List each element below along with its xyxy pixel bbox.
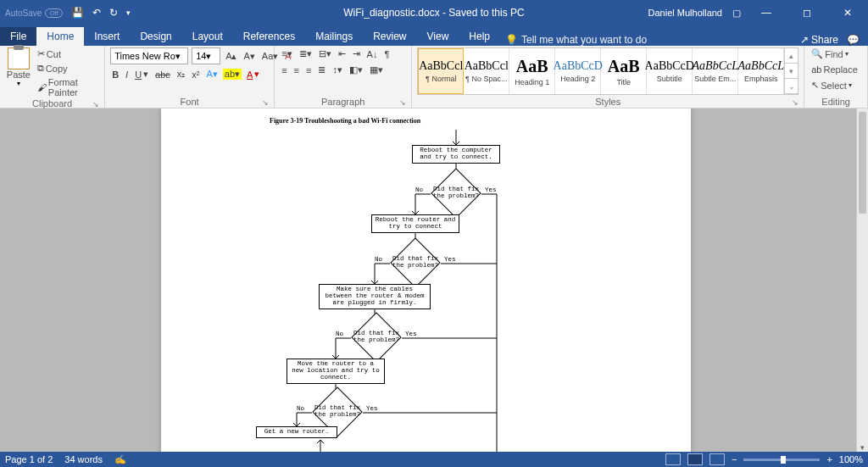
italic-button[interactable]: I — [124, 69, 130, 81]
flow-step-check-cables: Make sure the cables between the router … — [319, 284, 431, 309]
no-label: No — [415, 187, 423, 194]
share-button[interactable]: ↗ Share — [800, 34, 838, 46]
undo-icon[interactable]: ↶ — [92, 7, 101, 19]
zoom-level[interactable]: 100% — [839, 454, 863, 464]
superscript-button[interactable]: x² — [190, 69, 201, 81]
replace-button[interactable]: abReplace — [810, 64, 860, 75]
no-label: No — [336, 331, 343, 338]
ribbon: Paste ▾ ✂Cut ⧉Copy 🖌Format Painter Clipb… — [0, 46, 868, 108]
decrease-indent-button[interactable]: ⇤ — [337, 47, 348, 60]
vertical-scrollbar[interactable]: ▴ ▾ — [856, 108, 868, 452]
tab-home[interactable]: Home — [36, 27, 84, 46]
comments-icon[interactable]: 💬 — [847, 34, 860, 46]
tab-help[interactable]: Help — [459, 27, 500, 46]
style-title[interactable]: AaBTitle — [601, 48, 647, 94]
underline-button[interactable]: U▾ — [133, 68, 150, 81]
styles-more-icon[interactable]: ⌄ — [785, 79, 798, 94]
maximize-button[interactable]: ◻ — [792, 7, 822, 19]
find-button[interactable]: 🔍Find▾ — [810, 47, 849, 60]
page-status[interactable]: Page 1 of 2 — [5, 454, 53, 464]
web-layout-button[interactable] — [709, 453, 725, 465]
font-launcher-icon[interactable]: ↘ — [262, 98, 269, 107]
style-normal[interactable]: AaBbCcl¶ Normal — [418, 48, 464, 94]
tab-view[interactable]: View — [417, 27, 459, 46]
style-emphasis[interactable]: AaBbCcLEmphasis — [738, 48, 784, 94]
tab-file[interactable]: File — [0, 27, 36, 46]
show-marks-button[interactable]: ¶ — [382, 48, 391, 60]
font-size-combo[interactable]: 14 ▾ — [192, 47, 220, 64]
chevron-up-icon[interactable]: ▴ — [785, 48, 798, 64]
chevron-down-icon[interactable]: ▾ — [785, 64, 798, 79]
scroll-down-icon[interactable]: ▾ — [857, 443, 868, 452]
subscript-button[interactable]: x₂ — [175, 68, 187, 81]
group-paragraph: ≡▾ ≣▾ ⊟▾ ⇤ ⇥ A↓ ¶ ≡ ≡ ≡ ≣ ↕▾ ◧▾ ▦▾ Parag… — [275, 46, 412, 108]
sort-button[interactable]: A↓ — [365, 48, 380, 60]
user-name[interactable]: Daniel Mulholland — [648, 8, 722, 18]
print-layout-button[interactable] — [687, 453, 703, 465]
bullets-button[interactable]: ≡▾ — [280, 47, 293, 60]
close-button[interactable]: ✕ — [832, 7, 863, 19]
styles-launcher-icon[interactable]: ↘ — [792, 98, 798, 107]
line-spacing-button[interactable]: ↕▾ — [331, 64, 344, 76]
save-icon[interactable]: 💾 — [71, 7, 84, 19]
autosave-toggle[interactable]: AutoSave Off — [5, 8, 63, 18]
cut-button[interactable]: ✂Cut — [36, 47, 99, 60]
tab-layout[interactable]: Layout — [182, 27, 233, 46]
shrink-font-button[interactable]: A▾ — [242, 50, 256, 63]
tab-insert[interactable]: Insert — [84, 27, 130, 46]
minimize-button[interactable]: — — [751, 7, 782, 19]
proofing-icon[interactable]: ✍ — [114, 454, 126, 465]
decision-text: Did that fix the problem? — [432, 186, 480, 200]
font-color-button[interactable]: A▾ — [245, 68, 261, 81]
paragraph-launcher-icon[interactable]: ↘ — [399, 98, 406, 107]
zoom-slider[interactable] — [743, 459, 820, 461]
align-center-button[interactable]: ≡ — [292, 64, 301, 76]
style-subtle-em[interactable]: AaBbCcLSubtle Em... — [693, 48, 738, 94]
zoom-out-button[interactable]: − — [732, 454, 737, 464]
format-painter-button[interactable]: 🖌Format Painter — [36, 76, 99, 98]
style-heading2[interactable]: AaBbCcDHeading 2 — [555, 48, 601, 94]
ribbon-display-icon[interactable]: ▢ — [732, 8, 741, 19]
paste-button[interactable]: Paste ▾ — [5, 47, 32, 87]
read-mode-button[interactable] — [665, 453, 681, 465]
clipboard-launcher-icon[interactable]: ↘ — [92, 100, 99, 108]
numbering-button[interactable]: ≣▾ — [298, 47, 314, 60]
style-subtitle[interactable]: AaBbCcDSubtitle — [647, 48, 693, 94]
copy-button[interactable]: ⧉Copy — [36, 62, 99, 75]
styles-gallery[interactable]: AaBbCcl¶ Normal AaBbCcl¶ No Spac... AaBH… — [417, 47, 798, 95]
group-font: Times New Ro ▾ 14 ▾ A▴ A▾ Aa▾ A̶ B I U▾ … — [105, 46, 275, 108]
group-editing: 🔍Find▾ abReplace ↖Select▾ Editing — [804, 46, 868, 108]
tab-references[interactable]: References — [233, 27, 305, 46]
increase-indent-button[interactable]: ⇥ — [351, 47, 362, 60]
word-count[interactable]: 34 words — [64, 454, 103, 464]
text-effects-button[interactable]: A▾ — [205, 68, 220, 81]
qat-more-icon[interactable]: ▾ — [126, 8, 131, 17]
document-page[interactable]: Figure 3-19 Troubleshooting a bad Wi-Fi … — [161, 108, 691, 452]
multilevel-button[interactable]: ⊟▾ — [317, 47, 333, 60]
flow-step-reboot-computer: Reboot the computer and try to connect. — [412, 145, 500, 164]
grow-font-button[interactable]: A▴ — [224, 50, 238, 63]
document-area[interactable]: Figure 3-19 Troubleshooting a bad Wi-Fi … — [0, 108, 868, 452]
tell-me-search[interactable]: 💡 Tell me what you want to do — [505, 34, 647, 46]
bold-button[interactable]: B — [110, 69, 120, 81]
justify-button[interactable]: ≣ — [316, 64, 327, 76]
highlight-button[interactable]: ab▾ — [223, 69, 242, 80]
shading-button[interactable]: ◧▾ — [348, 64, 364, 76]
zoom-slider-thumb[interactable] — [781, 456, 786, 464]
font-name-combo[interactable]: Times New Ro ▾ — [110, 47, 188, 64]
style-nospacing[interactable]: AaBbCcl¶ No Spac... — [464, 48, 509, 94]
tab-review[interactable]: Review — [363, 27, 416, 46]
window-title: WiFi_diagnostic.docx - Saved to this PC — [343, 7, 524, 19]
align-left-button[interactable]: ≡ — [280, 64, 288, 76]
scrollbar-thumb[interactable] — [859, 112, 866, 214]
strike-button[interactable]: abc — [153, 69, 172, 81]
redo-icon[interactable]: ↻ — [109, 7, 118, 19]
select-button[interactable]: ↖Select▾ — [810, 79, 854, 92]
styles-scroll[interactable]: ▴▾⌄ — [784, 48, 798, 94]
borders-button[interactable]: ▦▾ — [368, 64, 385, 76]
zoom-in-button[interactable]: + — [826, 454, 832, 464]
align-right-button[interactable]: ≡ — [304, 64, 313, 76]
tab-design[interactable]: Design — [130, 27, 181, 46]
style-heading1[interactable]: AaBHeading 1 — [509, 48, 555, 94]
tab-mailings[interactable]: Mailings — [305, 27, 363, 46]
